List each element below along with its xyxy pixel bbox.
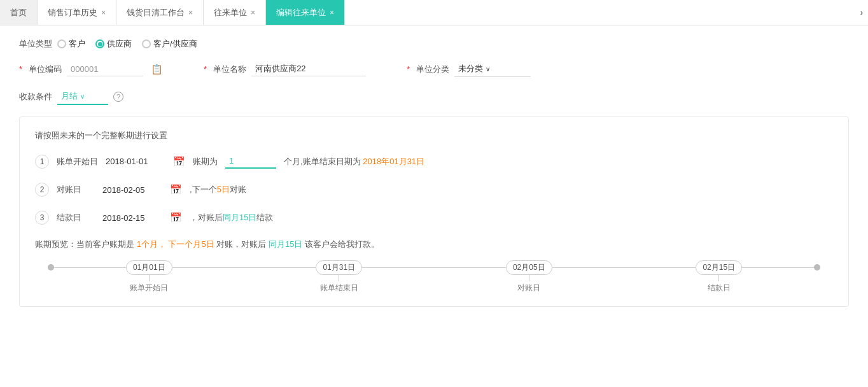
timeline-label-1: 账单开始日 — [130, 283, 168, 293]
timeline-point-4: 02月15日 结款日 — [624, 260, 815, 293]
payment-terms-help-icon[interactable]: ? — [113, 92, 123, 102]
preview-1month: 1个月， — [137, 239, 166, 249]
step-3-suffix: ，对账后同月15日结款 — [190, 212, 273, 223]
tab-edit-associated-units-label: 编辑往来单位 — [276, 7, 326, 18]
payment-terms-value: 月结 — [61, 90, 78, 102]
step-3-row: 3 结款日 2018-02-15 📅 ，对账后同月15日结款 — [35, 211, 833, 225]
step-3-highlight: 同月15日 — [223, 213, 256, 222]
unit-category-select[interactable]: 未分类 ∨ — [454, 61, 531, 77]
payment-terms-label: 收款条件 — [19, 91, 52, 102]
tab-cash-goods-workbench-label: 钱货日清工作台 — [127, 7, 185, 18]
timeline-label-3: 对账日 — [517, 283, 540, 293]
tab-sales-order-history[interactable]: 销售订单历史 × — [38, 0, 116, 25]
preview-reconcile: 下一个月5日 — [168, 239, 214, 249]
unit-code-field: * 单位编码 📋 — [19, 62, 163, 76]
step-2-row: 2 对账日 2018-02-05 📅 ,下一个5日对账 — [35, 183, 833, 197]
step-2-label: 对账日 — [57, 184, 95, 195]
close-sales-order-history-icon[interactable]: × — [101, 8, 106, 17]
timeline-chip-2: 01月31日 — [316, 260, 362, 275]
timeline-chip-3: 02月05日 — [506, 260, 552, 275]
close-associated-units-icon[interactable]: × — [251, 8, 255, 17]
timeline-right-dot — [814, 264, 820, 271]
close-edit-associated-units-icon[interactable]: × — [330, 8, 334, 17]
tab-sales-order-history-label: 销售订单历史 — [48, 7, 97, 18]
period-value-input[interactable] — [225, 154, 276, 169]
unit-category-required-star: * — [407, 64, 410, 74]
unit-category-value: 未分类 — [458, 63, 483, 74]
step-2-suffix: ,下一个5日对账 — [190, 184, 246, 195]
radio-customer-circle — [57, 39, 66, 48]
step-2-highlight: 5日 — [217, 185, 230, 194]
tab-chevron-icon: › — [860, 8, 863, 17]
step-2-calendar-icon[interactable]: 📅 — [170, 184, 182, 195]
radio-supplier-circle — [95, 39, 104, 48]
period-settings-panel: 请按照未来的一个完整帐期进行设置 1 账单开始日 2018-01-01 📅 账期… — [19, 116, 849, 307]
radio-customer-label: 客户 — [69, 38, 85, 50]
radio-customer-supplier[interactable]: 客户/供应商 — [142, 38, 197, 50]
step-2-date: 2018-02-05 — [102, 185, 160, 195]
timeline-left-dot — [48, 264, 54, 271]
tab-home[interactable]: 首页 — [0, 0, 38, 25]
panel-title: 请按照未来的一个完整帐期进行设置 — [35, 130, 833, 141]
unit-code-label: 单位编码 — [29, 64, 62, 75]
step-1-calendar-icon[interactable]: 📅 — [173, 156, 185, 167]
unit-type-radio-group: 客户 供应商 客户/供应商 — [57, 38, 197, 50]
unit-name-required-star: * — [204, 64, 207, 74]
unit-category-field: * 单位分类 未分类 ∨ — [407, 61, 531, 77]
radio-customer-supplier-label: 客户/供应商 — [153, 38, 197, 50]
timeline-point-3: 02月05日 对账日 — [434, 260, 624, 293]
radio-supplier[interactable]: 供应商 — [95, 38, 132, 50]
tab-associated-units[interactable]: 往来单位 × — [204, 0, 266, 25]
step-3-date: 2018-02-15 — [102, 213, 160, 223]
step-1-period-unit: 个月,账单结束日期为 2018年01月31日 — [284, 156, 424, 167]
payment-terms-chevron-icon: ∨ — [80, 93, 85, 100]
step-3-calendar-icon[interactable]: 📅 — [170, 212, 182, 223]
step-1-number: 1 — [35, 155, 49, 169]
radio-customer[interactable]: 客户 — [57, 38, 85, 50]
timeline-label-4: 结款日 — [708, 283, 731, 293]
unit-category-label: 单位分类 — [416, 64, 449, 75]
tab-home-label: 首页 — [10, 7, 27, 18]
period-preview-text: 账期预览：当前客户账期是 1个月， 下一个月5日 对账，对账后 同月15日 该客… — [35, 239, 833, 250]
unit-name-field: * 单位名称 — [204, 62, 366, 76]
period-end-date-highlight: 2018年01月31日 — [363, 157, 424, 166]
step-1-date: 2018-01-01 — [106, 157, 163, 166]
payment-terms-field: 收款条件 月结 ∨ ? — [19, 88, 123, 105]
unit-code-required-star: * — [19, 64, 22, 74]
tab-edit-associated-units[interactable]: 编辑往来单位 × — [266, 0, 345, 25]
unit-info-row: * 单位编码 📋 * 单位名称 * 单位分类 未分类 ∨ — [19, 61, 849, 77]
timeline-point-2: 01月31日 账单结束日 — [244, 260, 435, 293]
tab-bar: 首页 销售订单历史 × 钱货日清工作台 × 往来单位 × 编辑往来单位 × › — [0, 0, 868, 25]
tab-more-button[interactable]: › — [855, 0, 868, 25]
unit-code-input[interactable] — [67, 62, 143, 76]
unit-name-input[interactable] — [251, 62, 366, 76]
main-content: 单位类型 客户 供应商 客户/供应商 * 单位编码 — [0, 25, 868, 387]
unit-category-chevron-icon: ∨ — [486, 66, 490, 73]
step-3-label: 结款日 — [57, 212, 95, 223]
timeline-point-1: 01月01日 账单开始日 — [54, 260, 244, 293]
radio-customer-supplier-circle — [142, 39, 151, 48]
unit-code-copy-icon[interactable]: 📋 — [151, 64, 163, 75]
step-3-number: 3 — [35, 211, 49, 225]
unit-type-field: 单位类型 客户 供应商 客户/供应商 — [19, 38, 197, 50]
timeline-chip-1: 01月01日 — [126, 260, 172, 275]
step-1-suffix: 账期为 — [193, 156, 218, 167]
preview-payment: 同月15日 — [269, 239, 302, 249]
timeline-chip-4: 02月15日 — [696, 260, 742, 275]
step-2-number: 2 — [35, 183, 49, 197]
step-1-label: 账单开始日 — [57, 156, 98, 167]
radio-supplier-label: 供应商 — [107, 38, 132, 50]
unit-type-row: 单位类型 客户 供应商 客户/供应商 — [19, 38, 849, 50]
unit-type-label: 单位类型 — [19, 38, 52, 50]
payment-terms-row: 收款条件 月结 ∨ ? — [19, 88, 849, 105]
tab-associated-units-label: 往来单位 — [214, 7, 247, 18]
timeline-label-2: 账单结束日 — [320, 283, 358, 293]
close-cash-goods-workbench-icon[interactable]: × — [188, 8, 193, 17]
timeline-container: 01月01日 账单开始日 01月31日 账单结束日 — [35, 260, 833, 293]
payment-terms-select[interactable]: 月结 ∨ — [57, 88, 108, 105]
step-1-row: 1 账单开始日 2018-01-01 📅 账期为 个月,账单结束日期为 2018… — [35, 154, 833, 169]
unit-name-label: 单位名称 — [213, 64, 246, 75]
tab-cash-goods-workbench[interactable]: 钱货日清工作台 × — [116, 0, 204, 25]
